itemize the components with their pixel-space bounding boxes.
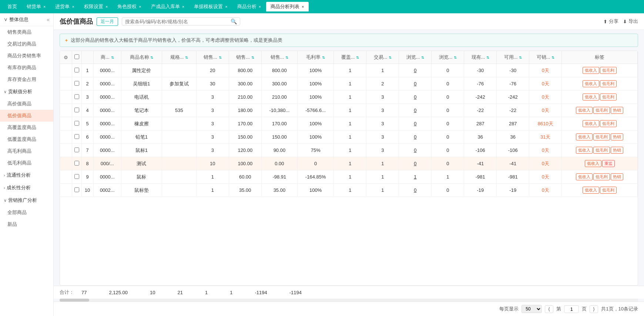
row-checkbox[interactable] <box>74 174 79 179</box>
td-browse1[interactable]: 0 <box>399 104 432 117</box>
sidebar-item-stock-capital[interactable]: 库存资金占用 <box>0 74 53 85</box>
td-checkbox[interactable] <box>72 184 81 197</box>
nav-sales-order[interactable]: 销货单 × <box>22 2 50 11</box>
close-icon[interactable]: × <box>225 4 227 9</box>
th-sales1[interactable]: 销售... ⇅ <box>229 51 261 64</box>
browse-link[interactable]: 0 <box>414 187 416 193</box>
td-checkbox[interactable] <box>72 117 81 130</box>
td-browse1[interactable]: 0 <box>399 157 432 170</box>
share-button[interactable]: ⬆ 分享 <box>603 18 618 25</box>
browse-link[interactable]: 0 <box>414 94 416 100</box>
th-spec[interactable]: 规格... ⇅ <box>162 51 196 64</box>
row-checkbox[interactable] <box>74 147 79 152</box>
close-icon[interactable]: × <box>43 4 46 9</box>
sidebar-item-high-coverage[interactable]: 高覆盖度商品 <box>0 122 53 133</box>
nav-product-analysis[interactable]: 商品分析 × <box>233 2 265 11</box>
row-checkbox[interactable] <box>74 161 79 166</box>
browse-link[interactable]: 0 <box>414 147 416 153</box>
td-browse1[interactable]: 0 <box>399 130 432 144</box>
sidebar-item-low-coverage[interactable]: 低覆盖度商品 <box>0 133 53 145</box>
browse-link[interactable]: 0 <box>414 134 416 140</box>
close-icon[interactable]: × <box>302 4 304 9</box>
row-checkbox[interactable] <box>74 187 79 192</box>
sidebar-group-header-marketing[interactable]: ∨ 营销推广分析 <box>0 194 53 207</box>
th-cover[interactable]: 覆盖... ⇅ <box>334 51 366 64</box>
td-checkbox[interactable] <box>72 91 81 104</box>
sidebar-group-header-growth[interactable]: › 成长性分析 <box>0 181 53 194</box>
close-icon[interactable]: × <box>72 4 74 9</box>
th-name[interactable]: 商品名称 ⇅ <box>121 51 162 64</box>
nav-role-auth[interactable]: 角色授权 × <box>113 2 145 11</box>
td-checkbox[interactable] <box>72 130 81 144</box>
nav-template-setting[interactable]: 单据模板设置 × <box>189 2 232 11</box>
first-page-btn[interactable]: ⟨ <box>545 305 553 313</box>
browse-link[interactable]: 0 <box>414 81 416 86</box>
nav-product-warehouse[interactable]: 产成品入库单 × <box>147 2 189 11</box>
browse-link[interactable]: 0 <box>414 108 416 113</box>
td-browse1[interactable]: 0 <box>399 77 432 91</box>
browse-link[interactable]: 0 <box>414 161 416 166</box>
sidebar-item-category-sales[interactable]: 商品分类销售率 <box>0 50 53 62</box>
browse-link[interactable]: 0 <box>414 121 416 126</box>
select-all-checkbox[interactable] <box>74 54 79 59</box>
th-sell-days[interactable]: 可销... ⇅ <box>529 51 562 64</box>
gear-icon[interactable]: ⚙ <box>64 55 68 60</box>
page-number-input[interactable] <box>564 305 579 313</box>
th-code[interactable]: 商... ⇅ <box>93 51 121 64</box>
row-checkbox[interactable] <box>74 134 79 139</box>
sidebar-item-low-value[interactable]: 低价值商品 <box>0 110 53 122</box>
data-table-wrapper[interactable]: ⚙ 商... ⇅ 商品名称 ⇅ 规格... ⇅ 销售... ⇅ 销售... ⇅ … <box>60 51 638 286</box>
td-checkbox[interactable] <box>72 157 81 170</box>
td-browse1[interactable]: 0 <box>399 184 432 197</box>
td-checkbox[interactable] <box>72 144 81 157</box>
sidebar-item-high-margin[interactable]: 高毛利商品 <box>0 145 53 157</box>
sidebar-item-new-goods[interactable]: 新品 <box>0 218 53 230</box>
th-gear[interactable]: ⚙ <box>60 51 72 64</box>
th-checkbox[interactable] <box>72 51 81 64</box>
row-checkbox[interactable] <box>74 81 79 86</box>
td-browse1[interactable]: 0 <box>399 144 432 157</box>
td-checkbox[interactable] <box>72 170 81 184</box>
nav-product-analysis-list[interactable]: 商品分析列表 × <box>266 2 308 11</box>
per-page-select[interactable]: 50 100 200 <box>521 305 542 313</box>
filter-recent-month-btn[interactable]: 近一月 <box>97 17 118 26</box>
th-qty[interactable]: 销售... ⇅ <box>196 51 229 64</box>
row-checkbox[interactable] <box>74 68 79 72</box>
td-checkbox[interactable] <box>72 77 81 91</box>
sidebar-group-header-contribution[interactable]: ∨ 贡献值分析 <box>0 85 53 98</box>
close-icon[interactable]: × <box>182 4 184 9</box>
sidebar-item-traded-goods[interactable]: 交易过的商品 <box>0 38 53 50</box>
sidebar-item-sales-goods[interactable]: 销售类商品 <box>0 26 53 38</box>
search-input[interactable] <box>125 19 231 24</box>
close-icon[interactable]: × <box>105 4 108 9</box>
close-icon[interactable]: × <box>139 4 141 9</box>
th-sales2[interactable]: 销售... ⇅ <box>261 51 297 64</box>
th-stock[interactable]: 现有... ⇅ <box>464 51 497 64</box>
nav-purchase-order[interactable]: 进货单 × <box>51 2 78 11</box>
th-avail[interactable]: 可用... ⇅ <box>497 51 529 64</box>
row-checkbox[interactable] <box>74 94 79 99</box>
browse-link[interactable]: 0 <box>414 68 416 73</box>
row-checkbox[interactable] <box>74 108 79 112</box>
row-checkbox[interactable] <box>74 121 79 126</box>
td-browse1[interactable]: 0 <box>399 64 432 77</box>
sidebar-group-header-circulation[interactable]: › 流通性分析 <box>0 169 53 181</box>
th-trade[interactable]: 交易... ⇅ <box>366 51 399 64</box>
sidebar-item-low-margin[interactable]: 低毛利商品 <box>0 157 53 169</box>
browse-link[interactable]: 1 <box>414 174 416 180</box>
horizontal-scrollbar[interactable] <box>60 299 638 302</box>
th-gross[interactable]: 毛利率 ⇅ <box>298 51 334 64</box>
sidebar-collapse-btn[interactable]: « <box>47 17 50 23</box>
sidebar-item-high-value[interactable]: 高价值商品 <box>0 98 53 110</box>
sidebar-item-stocked-goods[interactable]: 有库存的商品 <box>0 62 53 74</box>
scrollbar-thumb[interactable] <box>60 299 89 302</box>
th-browse1[interactable]: 浏览... ⇅ <box>399 51 432 64</box>
th-browse2[interactable]: 浏览... ⇅ <box>432 51 464 64</box>
td-checkbox[interactable] <box>72 104 81 117</box>
search-icon[interactable]: 🔍 <box>231 18 237 24</box>
nav-home[interactable]: 首页 <box>3 2 21 11</box>
export-button[interactable]: ⬇ 导出 <box>623 18 638 25</box>
nav-permission[interactable]: 权限设置 × <box>80 2 112 11</box>
td-browse1[interactable]: 0 <box>399 91 432 104</box>
close-icon[interactable]: × <box>259 4 261 9</box>
